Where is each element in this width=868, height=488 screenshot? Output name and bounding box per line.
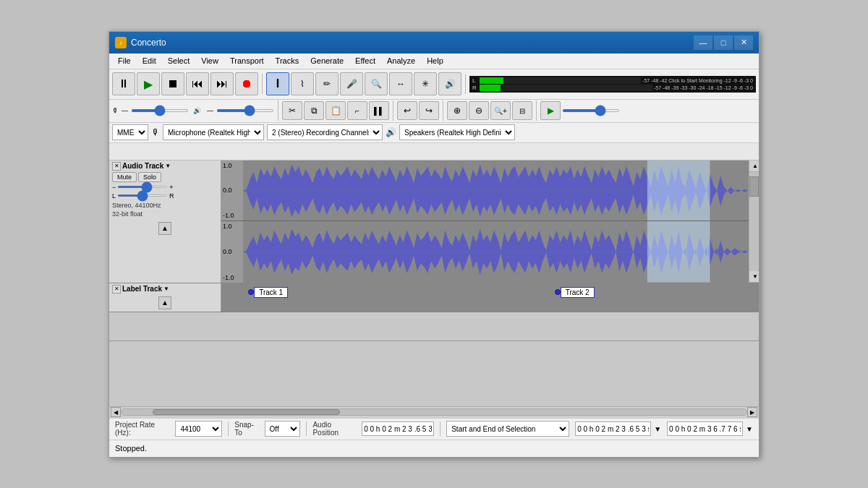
mute-button[interactable]: Mute [112, 172, 137, 182]
zoom-sel-button[interactable]: 🔍+ [490, 101, 511, 120]
audio-expand-button[interactable]: ▲ [158, 222, 171, 235]
hscroll-left[interactable]: ◀ [111, 407, 121, 417]
menu-file[interactable]: File [112, 55, 137, 67]
label-text-1[interactable]: Track 1 [254, 287, 288, 298]
cut-button[interactable]: ✂ [282, 101, 302, 120]
close-button[interactable]: ✕ [734, 35, 753, 50]
menu-tracks[interactable]: Tracks [270, 55, 305, 67]
magnifier-button[interactable]: 🔍 [365, 72, 388, 95]
vol-button[interactable]: 🔊 [438, 72, 461, 95]
paste-button[interactable]: 📋 [326, 101, 346, 120]
audio-track-expand: ▲ [112, 221, 218, 235]
device-bar: MME 🎙 Microphone (Realtek High Defini 2 … [109, 123, 759, 143]
vscroll-thumb[interactable] [749, 176, 759, 196]
undo-button[interactable]: ↩ [397, 101, 417, 120]
skip-fwd-button[interactable]: ⏭ [210, 72, 234, 95]
sel-start-arrow[interactable]: ▼ [654, 425, 661, 433]
output-volume-slider[interactable] [216, 109, 274, 112]
menu-edit[interactable]: Edit [137, 55, 162, 67]
label-track: ✕ Label Track ▼ ▲ Track 1 [109, 283, 759, 312]
mic-select[interactable]: Microphone (Realtek High Defini [163, 124, 264, 140]
track-vscroll[interactable]: ▲ ▼ [749, 160, 759, 283]
hscroll-right[interactable]: ▶ [747, 407, 757, 417]
copy-button[interactable]: ⧉ [304, 101, 324, 120]
silence-button[interactable]: ▌▌ [369, 101, 389, 120]
menu-transport[interactable]: Transport [224, 55, 270, 67]
audio-track-canvas[interactable]: 1.0 0.0 -1.0 1.0 [221, 160, 759, 283]
speaker-icon[interactable]: 🔊 [193, 107, 201, 114]
vol-dash: — [207, 107, 213, 114]
label-marker-1: Track 1 [248, 287, 288, 298]
horizontal-scrollbar[interactable]: ◀ ▶ [109, 406, 759, 418]
input-volume-slider[interactable] [131, 109, 189, 112]
time-shift-button[interactable]: ↔ [389, 72, 412, 95]
minimize-button[interactable]: — [694, 35, 712, 50]
label-track-body[interactable]: Track 1 Track 2 [221, 283, 759, 312]
snap-to-field: Snap-To Off [234, 421, 300, 437]
audio-track-info: Stereo, 44100Hz 32-bit float [112, 201, 218, 219]
stop-button[interactable]: ⏹ [161, 72, 184, 95]
redo-button[interactable]: ↪ [419, 101, 439, 120]
audio-track: ✕ Audio Track ▼ Mute Solo − + L [109, 160, 759, 283]
select-tool-button[interactable]: I [266, 72, 289, 95]
mic-button[interactable]: 🎤 [340, 72, 363, 95]
play-button[interactable]: ▶ [137, 72, 160, 95]
sel-end-arrow[interactable]: ▼ [746, 425, 753, 433]
record-button[interactable]: ⏺ [235, 72, 258, 95]
gain-slider[interactable] [117, 186, 168, 188]
speaker-select[interactable]: Speakers (Realtek High Definiti [399, 124, 515, 140]
audio-pos-input[interactable] [362, 421, 434, 436]
maximize-button[interactable]: □ [714, 35, 733, 50]
vscroll-up[interactable]: ▲ [749, 160, 759, 172]
selection-mode-select[interactable]: Start and End of Selection [446, 421, 569, 437]
draw-tool-button[interactable]: ✏ [315, 72, 339, 95]
label-track-header: ✕ Label Track ▼ ▲ [109, 283, 221, 312]
vu-L-level [480, 77, 503, 84]
snap-to-select[interactable]: Off [265, 421, 301, 437]
label-expand-button[interactable]: ▲ [158, 296, 171, 309]
pan-slider[interactable] [117, 194, 168, 197]
hscroll-track[interactable] [121, 408, 747, 416]
vscroll-down[interactable]: ▼ [749, 271, 759, 283]
label-text-2[interactable]: Track 2 [561, 287, 595, 298]
menu-help[interactable]: Help [421, 55, 449, 67]
solo-button[interactable]: Solo [138, 172, 161, 182]
selection-bottom [647, 221, 710, 283]
envelope-tool-button[interactable]: ⌇ [291, 72, 314, 95]
vscroll-track[interactable] [749, 172, 759, 271]
multi-tool-button[interactable]: ✳ [414, 72, 437, 95]
waveform-top-channel: 1.0 0.0 -1.0 [221, 160, 759, 222]
pause-button[interactable]: ⏸ [112, 72, 135, 95]
audio-track-close[interactable]: ✕ [112, 162, 121, 171]
zoom-in-button[interactable]: ⊕ [447, 101, 467, 120]
selection-top [647, 160, 710, 221]
channels-select[interactable]: 2 (Stereo) Recording Channels [267, 124, 383, 140]
project-rate-select[interactable]: 44100 [175, 421, 222, 437]
zoom-fit-button[interactable]: ⊟ [512, 101, 532, 120]
menu-effect[interactable]: Effect [349, 55, 381, 67]
waveform-top-svg [243, 160, 759, 221]
playback-speed-slider[interactable] [562, 109, 620, 112]
audio-pos-label: Audio Position [312, 421, 359, 437]
vu-L-label: L [472, 77, 478, 84]
zoom-out-button[interactable]: ⊖ [469, 101, 489, 120]
audio-track-arrow[interactable]: ▼ [165, 163, 171, 169]
hscroll-thumb[interactable] [153, 409, 340, 415]
pan-R-label: R [169, 192, 174, 200]
menu-generate[interactable]: Generate [305, 55, 349, 67]
tracks-area: ✕ Audio Track ▼ Mute Solo − + L [109, 160, 759, 406]
sel-end-input[interactable] [667, 421, 743, 436]
skip-back-button[interactable]: ⏮ [186, 72, 209, 95]
menu-analyze[interactable]: Analyze [381, 55, 421, 67]
mic-icon[interactable]: 🎙 [112, 107, 119, 114]
sel-start-input[interactable] [575, 421, 651, 436]
label-track-close[interactable]: ✕ [112, 285, 121, 294]
menu-view[interactable]: View [195, 55, 224, 67]
mic-dash: — [122, 107, 128, 114]
play2-button[interactable]: ▶ [540, 101, 561, 120]
trim-button[interactable]: ⌐ [347, 101, 367, 120]
label-track-arrow[interactable]: ▼ [163, 286, 169, 292]
menu-select[interactable]: Select [162, 55, 196, 67]
label-track-name: Label Track [122, 285, 162, 293]
api-select[interactable]: MME [112, 124, 148, 140]
